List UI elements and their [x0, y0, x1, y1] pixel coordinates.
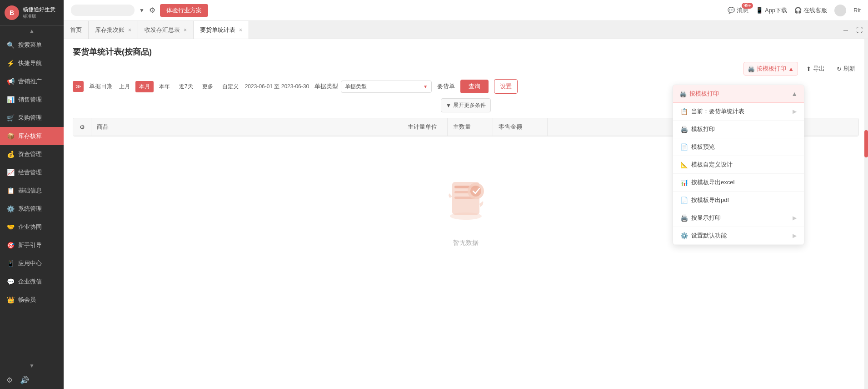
tab-order-stats-label: 要货单统计表: [200, 26, 235, 34]
query-btn[interactable]: 查询: [460, 80, 489, 93]
current-template-item[interactable]: 📋 当前：要货单统计表 ▶: [673, 103, 804, 121]
settings-btn[interactable]: 设置: [494, 79, 518, 94]
sidebar-item-quick-nav[interactable]: ⚡快捷导航: [0, 54, 64, 72]
th-checkbox[interactable]: ⚙: [73, 118, 91, 136]
page-content: 要货单统计表(按商品) 🖨️ 按模板打印 ▲ ⬆ 导出 ↻ 刷新: [64, 39, 868, 389]
type-select[interactable]: 单据类型 ▼: [341, 81, 432, 93]
tab-order-stats[interactable]: 要货单统计表 ×: [194, 21, 249, 39]
tab-inventory-batch[interactable]: 库存批次账 ×: [89, 21, 138, 39]
topbar-dropdown-arrow[interactable]: ▼: [139, 7, 145, 14]
expand-chevron-icon: ≫: [75, 83, 81, 90]
message-btn[interactable]: 💬 消息 99+: [728, 6, 748, 15]
date-filter-options: 上月 本月 本年 近7天 更多 自定义: [115, 81, 242, 92]
user-avatar-btn[interactable]: [834, 5, 846, 16]
nav-label-search: 搜索菜单: [18, 41, 42, 49]
nav-icon-guide: 🎯: [6, 241, 15, 249]
empty-text: 暂无数据: [453, 239, 479, 247]
sidebar-item-system[interactable]: ⚙️系统管理: [0, 200, 64, 218]
expand-conditions-btn[interactable]: ▼ 展开更多条件: [441, 98, 491, 112]
sidebar-item-wechat[interactable]: 💬企业微信: [0, 273, 64, 291]
scrollbar-thumb[interactable]: [864, 130, 868, 157]
template-preview-icon: 📄: [680, 143, 688, 151]
template-design-item[interactable]: 📐 模板自定义设计: [673, 156, 804, 174]
topbar-gear-icon[interactable]: ⚙: [149, 6, 155, 15]
online-service-btn[interactable]: 🎧 在线客服: [794, 6, 827, 15]
nav-icon-finance: 💰: [6, 150, 15, 158]
settings-footer-icon[interactable]: ⚙: [6, 376, 13, 384]
tab-maximize-btn[interactable]: ⛶: [854, 25, 864, 35]
sidebar-item-purchase[interactable]: 🛒采购管理: [0, 109, 64, 127]
tab-receipt-summary[interactable]: 收发存汇总表 ×: [138, 21, 194, 39]
custom-date-btn[interactable]: 自定义: [219, 81, 242, 92]
nav-icon-purchase: 🛒: [6, 114, 15, 122]
sidebar-item-member[interactable]: 👑畅会员: [0, 291, 64, 309]
tab-receipt-summary-close[interactable]: ×: [184, 27, 187, 33]
tab-order-stats-close[interactable]: ×: [239, 27, 242, 33]
sidebar-item-basic-info[interactable]: 📋基础信息: [0, 182, 64, 200]
template-print-item[interactable]: 🖨️ 模板打印: [673, 121, 804, 138]
sidebar-item-finance[interactable]: 💰资金管理: [0, 145, 64, 163]
nav-icon-system: ⚙️: [6, 205, 15, 213]
display-print-item[interactable]: 🖨️ 按显示打印 ▶: [673, 209, 804, 227]
sidebar-item-operations[interactable]: 📈经营管理: [0, 163, 64, 182]
display-print-label: 按显示打印: [691, 214, 721, 222]
nav-icon-basic-info: 📋: [6, 187, 15, 195]
default-function-item[interactable]: ⚙️ 设置默认功能 ▶: [673, 227, 804, 245]
type-select-arrow: ▼: [423, 84, 428, 89]
date-range-display: 2023-06-01 至 2023-06-30: [245, 83, 309, 91]
dropdown-close-btn[interactable]: ▲: [791, 90, 798, 97]
last-7-days-btn[interactable]: 近7天: [175, 81, 197, 92]
template-design-icon: 📐: [680, 161, 688, 168]
template-preview-label: 模板预览: [691, 143, 715, 151]
search-placeholder-text: [76, 6, 104, 14]
current-template-label: 当前：要货单统计表: [691, 107, 744, 116]
volume-footer-icon[interactable]: 🔊: [20, 376, 29, 384]
expand-conditions-label: 展开更多条件: [453, 101, 486, 109]
template-print-item-label: 模板打印: [691, 125, 715, 133]
export-btn[interactable]: ⬆ 导出: [803, 62, 828, 75]
trial-btn[interactable]: 体验行业方案: [160, 4, 208, 17]
current-year-btn[interactable]: 本年: [155, 81, 174, 92]
app-download-btn[interactable]: 📱 App下载: [756, 6, 787, 15]
username-btn[interactable]: Rit: [853, 7, 861, 14]
template-export-pdf-item[interactable]: 📄 按模板导出pdf: [673, 192, 804, 209]
tab-inventory-batch-close[interactable]: ×: [128, 27, 131, 33]
current-month-btn[interactable]: 本月: [135, 81, 154, 92]
tab-receipt-summary-label: 收发存汇总表: [145, 26, 180, 34]
sidebar-nav: 🔍搜索菜单⚡快捷导航📢营销推广📊销售管理🛒采购管理📦库存核算💰资金管理📈经营管理…: [0, 36, 64, 361]
sidebar-item-sales[interactable]: 📊销售管理: [0, 91, 64, 109]
template-export-excel-item[interactable]: 📊 按模板导出excel: [673, 174, 804, 192]
tab-home[interactable]: 首页: [64, 21, 89, 39]
topbar-search-box[interactable]: [71, 5, 135, 16]
sidebar-item-app-center[interactable]: 📱应用中心: [0, 254, 64, 273]
sidebar-scroll-down[interactable]: ▼: [0, 361, 64, 371]
prev-month-btn[interactable]: 上月: [115, 81, 134, 92]
nav-label-quick-nav: 快捷导航: [18, 59, 42, 67]
default-function-icon: ⚙️: [680, 232, 688, 239]
tabbar: 首页 库存批次账 × 收发存汇总表 × 要货单统计表 × ─ ⛶: [64, 21, 868, 39]
template-print-btn[interactable]: 🖨️ 按模板打印 ▲: [743, 62, 798, 76]
sidebar-item-search[interactable]: 🔍搜索菜单: [0, 36, 64, 54]
template-design-label: 模板自定义设计: [691, 161, 733, 169]
sidebar-scroll-up[interactable]: ▲: [0, 26, 64, 36]
sidebar-item-inventory[interactable]: 📦库存核算: [0, 127, 64, 145]
more-date-btn[interactable]: 更多: [199, 81, 217, 92]
export-excel-icon: 📊: [680, 179, 688, 186]
username-text: Rit: [853, 7, 861, 14]
logo-icon: B: [5, 5, 19, 20]
sidebar-item-guide[interactable]: 🎯新手引导: [0, 236, 64, 254]
svg-point-6: [470, 186, 481, 197]
type-filter-label: 单据类型: [314, 82, 338, 91]
th-product: 商品: [91, 118, 402, 136]
sidebar-item-marketing[interactable]: 📢营销推广: [0, 72, 64, 91]
nav-icon-app-center: 📱: [6, 259, 15, 268]
topbar-right: 💬 消息 99+ 📱 App下载 🎧 在线客服 Rit: [728, 5, 861, 16]
template-preview-item[interactable]: 📄 模板预览: [673, 138, 804, 156]
nav-icon-quick-nav: ⚡: [6, 59, 15, 67]
sidebar-item-enterprise[interactable]: 🤝企业协同: [0, 218, 64, 236]
tab-minimize-btn[interactable]: ─: [841, 25, 851, 35]
dropdown-print-icon: 🖨️: [679, 91, 687, 97]
refresh-btn[interactable]: ↻ 刷新: [833, 62, 859, 75]
expand-down-icon: ▼: [446, 102, 451, 109]
filter-expand-icon[interactable]: ≫: [73, 81, 84, 92]
